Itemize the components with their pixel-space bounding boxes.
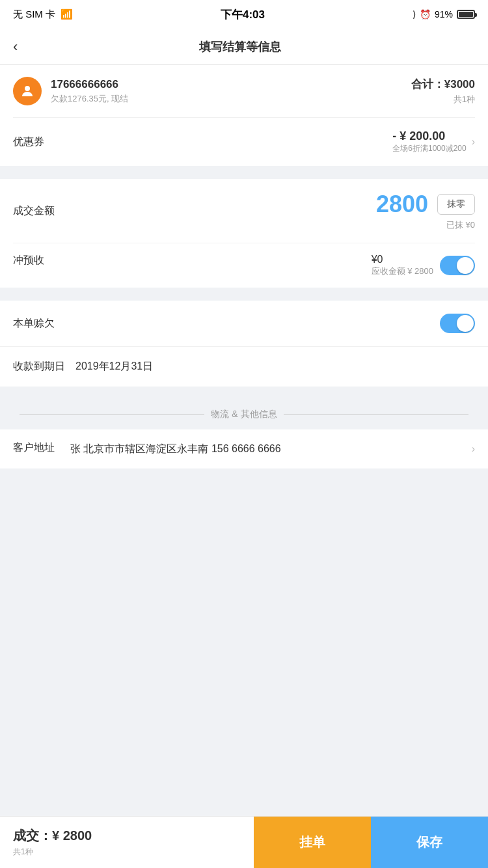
coupon-row[interactable]: 优惠券 - ¥ 200.00 全场6折满1000减200 › <box>0 118 488 166</box>
total-amount: 合计：¥3000 <box>411 77 475 92</box>
deal-amount-row: 成交金额 2800 抹零 已抹 ¥0 <box>0 179 488 243</box>
deal-amount-label: 成交金额 <box>13 204 55 218</box>
bottom-deal-amount: ¥ 2800 <box>52 828 92 843</box>
deal-amount-right: 2800 抹零 已抹 ¥0 <box>376 191 475 231</box>
duedate-row: 收款到期日 2019年12月31日 <box>0 346 488 387</box>
address-value: 张 北京市市辖区海淀区永丰南 156 6666 6666 <box>70 441 467 457</box>
battery-icon <box>457 10 475 19</box>
logistics-text: 物流 & 其他信息 <box>211 409 277 420</box>
customer-debt: 欠款1276.35元, 现结 <box>51 93 411 105</box>
chongyu-row: 冲预收 ¥0 应收金额 ¥ 2800 <box>0 243 488 288</box>
coupon-desc: 全场6折满1000减200 <box>392 143 466 154</box>
separator-1 <box>0 172 488 179</box>
status-bar: 无 SIM 卡 📶 下午4:03 ⟩ ⏰ 91% <box>0 0 488 29</box>
customer-row: 17666666666 欠款1276.35元, 现结 合计：¥3000 共1种 <box>0 65 488 117</box>
duedate-value: 2019年12月31日 <box>75 360 153 373</box>
benshen-toggle[interactable] <box>440 314 475 333</box>
duedate-label: 收款到期日 <box>13 360 65 373</box>
customer-info: 17666666666 欠款1276.35元, 现结 <box>51 78 411 105</box>
bottom-bar: 成交：¥ 2800 共1种 挂单 保存 <box>0 816 488 868</box>
benshen-label: 本单赊欠 <box>13 317 55 331</box>
battery-percent: 91% <box>435 9 453 20</box>
carrier-label: 无 SIM 卡 <box>13 8 55 21</box>
chongyu-right: ¥0 应收金额 ¥ 2800 <box>372 254 475 277</box>
save-button[interactable]: 保存 <box>371 817 488 869</box>
logistics-separator: 物流 & 其他信息 <box>0 400 488 429</box>
bottom-deal-text: 成交： <box>13 828 52 843</box>
separator-4 <box>0 475 488 592</box>
location-icon: ⟩ <box>413 9 416 20</box>
deal-amount-sub: 已抹 ¥0 <box>376 219 475 231</box>
address-label: 客户地址 <box>13 441 57 455</box>
round-button[interactable]: 抹零 <box>437 194 475 215</box>
bottom-deal-label: 成交：¥ 2800 <box>13 827 241 845</box>
customer-section: 17666666666 欠款1276.35元, 现结 合计：¥3000 共1种 … <box>0 65 488 166</box>
bottom-count: 共1种 <box>13 847 241 858</box>
alarm-icon: ⏰ <box>420 9 431 20</box>
svg-point-0 <box>25 86 30 91</box>
benshen-toggle-knob <box>457 315 474 332</box>
coupon-label: 优惠券 <box>13 135 44 149</box>
deal-amount-input-row: 2800 抹零 <box>376 191 475 218</box>
chongyu-amount: ¥0 <box>372 254 433 265</box>
deal-amount-value[interactable]: 2800 <box>376 191 428 218</box>
benshen-section: 本单赊欠 收款到期日 2019年12月31日 <box>0 301 488 387</box>
coupon-amount-block: - ¥ 200.00 全场6折满1000减200 <box>392 129 466 154</box>
address-chevron-icon: › <box>472 443 475 455</box>
deal-section: 成交金额 2800 抹零 已抹 ¥0 冲预收 ¥0 应收金额 ¥ 2800 <box>0 179 488 288</box>
benshen-row: 本单赊欠 <box>0 301 488 346</box>
coupon-right: - ¥ 200.00 全场6折满1000减200 › <box>392 129 475 154</box>
logistics-line-left <box>20 414 204 415</box>
total-count: 共1种 <box>411 94 475 105</box>
toggle-knob <box>457 257 474 274</box>
coupon-amount: - ¥ 200.00 <box>392 129 466 143</box>
back-button[interactable]: ‹ <box>13 38 18 55</box>
status-left: 无 SIM 卡 📶 <box>13 8 73 21</box>
page-title: 填写结算等信息 <box>31 39 449 55</box>
coupon-chevron-icon: › <box>472 136 475 148</box>
address-row[interactable]: 客户地址 张 北京市市辖区海淀区永丰南 156 6666 6666 › <box>0 429 488 468</box>
separator-2 <box>0 294 488 301</box>
nav-bar: ‹ 填写结算等信息 <box>0 29 488 65</box>
bottom-padding <box>0 592 488 651</box>
time-label: 下午4:03 <box>221 7 265 22</box>
chongyu-toggle[interactable] <box>440 256 475 275</box>
chongyu-sub: 应收金额 ¥ 2800 <box>372 265 433 277</box>
logistics-line-right <box>284 414 468 415</box>
chongyu-label: 冲预收 <box>13 254 44 267</box>
bottom-summary: 成交：¥ 2800 共1种 <box>0 827 254 858</box>
avatar <box>13 77 42 105</box>
address-section: 客户地址 张 北京市市辖区海淀区永丰南 156 6666 6666 › <box>0 429 488 468</box>
hang-button[interactable]: 挂单 <box>254 817 371 869</box>
customer-phone: 17666666666 <box>51 78 411 91</box>
status-right: ⟩ ⏰ 91% <box>413 9 475 20</box>
separator-3 <box>0 393 488 400</box>
chongyu-amount-block: ¥0 应收金额 ¥ 2800 <box>372 254 433 277</box>
customer-total: 合计：¥3000 共1种 <box>411 77 475 105</box>
wifi-icon: 📶 <box>61 8 73 20</box>
